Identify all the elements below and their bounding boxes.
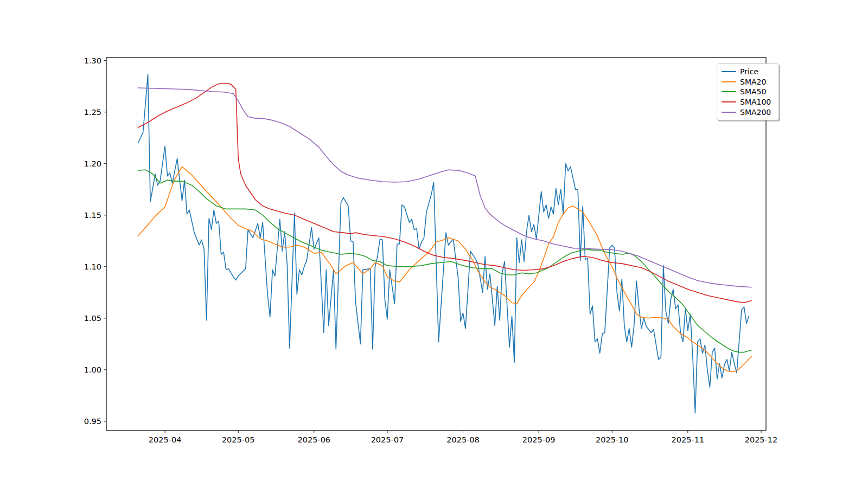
legend-item-sma50: SMA50 — [722, 87, 774, 97]
x-tick-label: 2025-08 — [446, 435, 480, 444]
y-tick-label: 1.00 — [84, 365, 101, 374]
legend-item-price: Price — [722, 67, 774, 77]
series-line-price — [138, 74, 749, 413]
y-tick-label: 0.95 — [84, 417, 101, 426]
legend-label: SMA100 — [740, 98, 771, 106]
legend-item-sma20: SMA20 — [722, 77, 774, 87]
x-tick-label: 2025-12 — [745, 435, 778, 444]
legend-label: SMA50 — [740, 88, 766, 95]
x-tick-label: 2025-06 — [298, 435, 331, 444]
x-tick-label: 2025-10 — [596, 435, 629, 444]
legend-line-sample-icon — [722, 81, 736, 82]
y-tick-label: 1.15 — [84, 211, 101, 220]
legend-item-sma100: SMA100 — [722, 97, 774, 107]
legend-line-sample-icon — [722, 112, 736, 113]
legend-line-sample-icon — [722, 91, 736, 92]
legend-label: SMA20 — [740, 78, 766, 86]
series-line-sma20 — [138, 167, 752, 372]
matplotlib-figure: 2025-042025-052025-062025-072025-082025-… — [0, 0, 868, 488]
series-line-sma100 — [138, 84, 752, 303]
legend-label: SMA200 — [740, 108, 771, 116]
y-tick-label: 1.10 — [84, 262, 101, 271]
y-tick-label: 1.05 — [84, 314, 101, 323]
y-tick-label: 1.20 — [84, 159, 101, 168]
legend-line-sample-icon — [722, 71, 736, 72]
x-tick-label: 2025-05 — [222, 435, 255, 444]
y-tick-label: 1.25 — [84, 108, 101, 117]
series-line-sma50 — [138, 170, 752, 352]
x-tick-label: 2025-07 — [371, 435, 404, 444]
legend-item-sma200: SMA200 — [722, 107, 774, 117]
x-tick-label: 2025-11 — [672, 435, 705, 444]
axes-frame — [106, 57, 766, 431]
y-tick-label: 1.30 — [84, 56, 101, 65]
legend: PriceSMA20SMA50SMA100SMA200 — [717, 63, 779, 120]
x-tick-label: 2025-09 — [522, 435, 556, 444]
legend-label: Price — [740, 68, 758, 75]
x-tick-label: 2025-04 — [149, 435, 182, 444]
legend-line-sample-icon — [722, 101, 736, 102]
